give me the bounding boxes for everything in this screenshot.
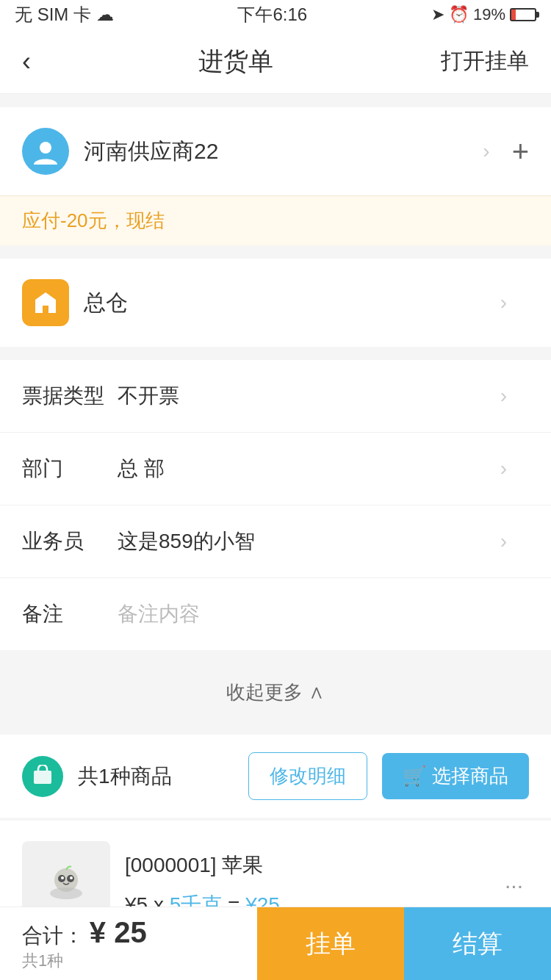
warehouse-icon	[22, 279, 69, 326]
form-section: 票据类型 不开票 › 部门 总 部 › 业务员 这是859的小智 › 备注 备注…	[0, 360, 551, 650]
add-icon[interactable]: +	[512, 135, 529, 168]
department-label: 部门	[22, 455, 118, 483]
remark-row[interactable]: 备注 备注内容	[0, 578, 551, 650]
warehouse-name: 总仓	[84, 288, 500, 318]
department-row[interactable]: 部门 总 部 ›	[0, 433, 551, 505]
products-count: 共1种商品	[78, 763, 234, 790]
svg-point-6	[61, 876, 64, 879]
supplier-avatar	[22, 128, 69, 175]
supplier-row[interactable]: 河南供应商22 › +	[0, 107, 551, 195]
hang-button[interactable]: 挂单	[257, 907, 404, 981]
chevron-right-icon: ›	[500, 291, 507, 314]
svg-point-0	[40, 142, 51, 154]
status-right: ➤ ⏰ 19%	[431, 5, 536, 24]
supplier-notice: 应付-20元，现结	[0, 195, 551, 245]
chevron-right-icon: ›	[483, 140, 489, 163]
invoice-type-row[interactable]: 票据类型 不开票 ›	[0, 360, 551, 433]
status-bar: 无 SIM 卡 ☁ 下午6:16 ➤ ⏰ 19%	[0, 0, 551, 29]
chevron-right-icon: ›	[500, 457, 507, 480]
cart-icon: 🛒	[403, 765, 426, 788]
battery-level: 19%	[473, 5, 505, 24]
bottom-bar: 合计： ¥ 25 共1种 挂单 结算	[0, 907, 551, 980]
products-icon	[22, 756, 63, 797]
supplier-section: 河南供应商22 › + 应付-20元，现结	[0, 107, 551, 245]
warehouse-section[interactable]: 总仓 ›	[0, 259, 551, 347]
total-section: 合计： ¥ 25 共1种	[0, 916, 257, 972]
total-label: 合计：	[22, 924, 84, 947]
remark-label: 备注	[22, 600, 118, 628]
total-amount: ¥ 25	[90, 916, 147, 948]
edit-detail-button[interactable]: 修改明细	[248, 752, 367, 800]
nav-bar: ‹ 进货单 打开挂单	[0, 29, 551, 94]
svg-point-3	[50, 887, 82, 899]
chevron-right-icon: ›	[500, 530, 507, 553]
checkout-button[interactable]: 结算	[404, 907, 551, 981]
staff-label: 业务员	[22, 527, 118, 555]
staff-row[interactable]: 业务员 这是859的小智 ›	[0, 505, 551, 578]
page-title: 进货单	[198, 45, 273, 79]
back-button[interactable]: ‹	[22, 46, 31, 77]
open-hang-button[interactable]: 打开挂单	[441, 46, 529, 76]
collapse-bar[interactable]: 收起更多 ∧	[0, 663, 551, 721]
location-icon: ➤	[431, 5, 444, 24]
status-time: 下午6:16	[237, 3, 307, 26]
remark-input[interactable]: 备注内容	[118, 600, 529, 628]
supplier-name: 河南供应商22	[84, 137, 483, 167]
invoice-type-label: 票据类型	[22, 382, 118, 410]
total-count: 共1种	[22, 950, 235, 972]
chevron-right-icon: ›	[500, 384, 507, 408]
staff-value: 这是859的小智	[118, 527, 500, 555]
product-name: [0000001] 苹果	[125, 851, 484, 879]
department-value: 总 部	[118, 455, 500, 483]
products-header: 共1种商品 修改明细 🛒 选择商品	[0, 735, 551, 818]
svg-rect-1	[34, 771, 51, 784]
select-product-button[interactable]: 🛒 选择商品	[382, 753, 529, 799]
svg-point-7	[70, 876, 73, 879]
more-options-button[interactable]: ···	[499, 867, 529, 904]
alarm-icon: ⏰	[449, 5, 469, 24]
status-left: 无 SIM 卡 ☁	[15, 3, 114, 26]
invoice-type-value: 不开票	[118, 382, 500, 410]
battery-icon	[510, 8, 536, 21]
sim-status: 无 SIM 卡 ☁	[15, 3, 114, 26]
